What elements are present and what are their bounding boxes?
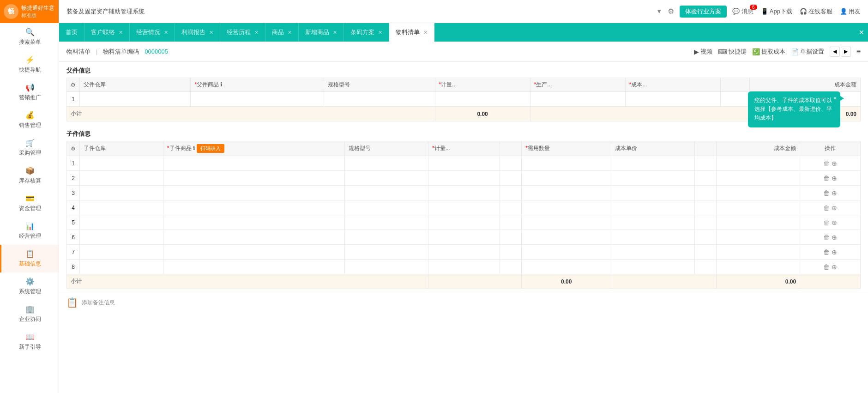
copy-icon-8[interactable]: ⊕ bbox=[832, 263, 837, 271]
child-row2-spec[interactable] bbox=[345, 171, 428, 186]
child-row6-spec[interactable] bbox=[345, 230, 428, 245]
sidebar-item-finance[interactable]: 💳资金管理 bbox=[0, 189, 59, 217]
nav-tab-bom[interactable]: 物料清单✕ bbox=[389, 23, 434, 42]
nav-tab-profit[interactable]: 利润报告✕ bbox=[175, 23, 220, 42]
child-row6-warehouse[interactable] bbox=[80, 230, 163, 245]
child-row1-unit-cost[interactable] bbox=[611, 156, 695, 171]
prev-btn[interactable]: ◀ bbox=[830, 47, 840, 57]
copy-icon-3[interactable]: ⊕ bbox=[832, 189, 837, 197]
sidebar-item-inventory[interactable]: 📦库存核算 bbox=[0, 162, 59, 189]
parent-row1-warehouse[interactable] bbox=[80, 92, 191, 107]
child-row2-warehouse[interactable] bbox=[80, 171, 163, 186]
tab-close-barcode[interactable]: ✕ bbox=[378, 30, 382, 36]
delete-icon-5[interactable]: 🗑 bbox=[823, 219, 830, 226]
child-row4-qty[interactable] bbox=[522, 200, 611, 215]
child-row2-unit[interactable] bbox=[428, 171, 500, 186]
parent-row1-unit[interactable] bbox=[435, 92, 530, 107]
sidebar-item-purchase[interactable]: 🛒采购管理 bbox=[0, 134, 59, 162]
online-service-btn[interactable]: 🎧在线客服 bbox=[800, 7, 832, 16]
child-row1-qty[interactable] bbox=[522, 156, 611, 171]
sidebar-item-quicknav[interactable]: ⚡快捷导航 bbox=[0, 51, 59, 79]
tooltip-close-btn[interactable]: × bbox=[833, 94, 837, 103]
delete-icon-1[interactable]: 🗑 bbox=[823, 160, 830, 167]
nav-tab-barcode[interactable]: 条码方案✕ bbox=[344, 23, 389, 42]
shortcut-tool[interactable]: ⌨ 快捷键 bbox=[718, 48, 747, 56]
parent-row1-product[interactable] bbox=[191, 92, 324, 107]
nav-tab-operations[interactable]: 经营情况✕ bbox=[130, 23, 175, 42]
child-row5-unit-cost[interactable] bbox=[611, 215, 695, 230]
child-row5-product[interactable] bbox=[163, 215, 344, 230]
tab-close-customers[interactable]: ✕ bbox=[119, 30, 123, 36]
child-row4-spec[interactable] bbox=[345, 200, 428, 215]
tab-close-new_product[interactable]: ✕ bbox=[333, 30, 337, 36]
sidebar-item-system[interactable]: ⚙️系统管理 bbox=[0, 272, 59, 300]
child-row4-unit[interactable] bbox=[428, 200, 500, 215]
delete-icon-4[interactable]: 🗑 bbox=[823, 204, 830, 212]
child-row5-unit[interactable] bbox=[428, 215, 500, 230]
copy-icon-1[interactable]: ⊕ bbox=[832, 160, 837, 167]
sidebar-item-guide[interactable]: 📖新手引导 bbox=[0, 328, 59, 356]
copy-icon-5[interactable]: ⊕ bbox=[832, 219, 837, 226]
delete-icon-8[interactable]: 🗑 bbox=[823, 263, 830, 271]
sidebar-item-enterprise[interactable]: 🏢企业协同 bbox=[0, 300, 59, 328]
child-row7-product[interactable] bbox=[163, 245, 344, 260]
delete-icon-2[interactable]: 🗑 bbox=[823, 175, 830, 182]
copy-icon-6[interactable]: ⊕ bbox=[832, 234, 837, 241]
breadcrumb-main[interactable]: 物料清单 bbox=[66, 48, 90, 56]
nav-tab-history[interactable]: 经营历程✕ bbox=[220, 23, 265, 42]
delete-icon-7[interactable]: 🗑 bbox=[823, 248, 830, 256]
child-row3-qty[interactable] bbox=[522, 186, 611, 200]
child-row3-unit-cost[interactable] bbox=[611, 186, 695, 200]
child-row2-product[interactable] bbox=[163, 171, 344, 186]
parent-col-gear[interactable]: ⚙ bbox=[67, 78, 80, 92]
copy-icon-4[interactable]: ⊕ bbox=[832, 204, 837, 212]
child-row8-qty[interactable] bbox=[522, 260, 611, 274]
child-row6-qty[interactable] bbox=[522, 230, 611, 245]
child-row4-warehouse[interactable] bbox=[80, 200, 163, 215]
nav-tab-new_product[interactable]: 新增商品✕ bbox=[299, 23, 344, 42]
sidebar-item-marketing[interactable]: 📢营销推广 bbox=[0, 79, 59, 106]
dropdown-arrow-icon[interactable]: ▼ bbox=[656, 8, 662, 15]
next-btn[interactable]: ▶ bbox=[841, 47, 851, 57]
child-row7-qty[interactable] bbox=[522, 245, 611, 260]
child-row7-unit-cost[interactable] bbox=[611, 245, 695, 260]
extract-cost-tool[interactable]: 💹 提取成本 bbox=[752, 48, 785, 56]
child-row5-qty[interactable] bbox=[522, 215, 611, 230]
child-row4-unit-cost[interactable] bbox=[611, 200, 695, 215]
tab-close-operations[interactable]: ✕ bbox=[164, 30, 168, 36]
child-row8-unit-cost[interactable] bbox=[611, 260, 695, 274]
nav-tab-home[interactable]: 首页 bbox=[59, 23, 84, 42]
delete-icon-3[interactable]: 🗑 bbox=[823, 189, 830, 197]
child-row4-product[interactable] bbox=[163, 200, 344, 215]
user-btn[interactable]: 👤用友 bbox=[840, 7, 861, 16]
parent-row1-produce[interactable] bbox=[530, 92, 625, 107]
child-row8-warehouse[interactable] bbox=[80, 260, 163, 274]
child-row5-spec[interactable] bbox=[345, 215, 428, 230]
child-row6-unit-cost[interactable] bbox=[611, 230, 695, 245]
child-row2-qty[interactable] bbox=[522, 171, 611, 186]
child-row5-warehouse[interactable] bbox=[80, 215, 163, 230]
messages-btn[interactable]: 💬 6 消息 bbox=[732, 7, 753, 16]
settings-icon[interactable]: ⚙ bbox=[668, 7, 674, 16]
child-row6-unit[interactable] bbox=[428, 230, 500, 245]
child-row3-unit[interactable] bbox=[428, 186, 500, 200]
child-row1-unit[interactable] bbox=[428, 156, 500, 171]
child-row2-unit-cost[interactable] bbox=[611, 171, 695, 186]
app-download-btn[interactable]: 📱App下载 bbox=[761, 7, 792, 16]
tab-close-products[interactable]: ✕ bbox=[288, 30, 292, 36]
nav-close-all-btn[interactable]: ✕ bbox=[855, 29, 868, 36]
view-mode-btn[interactable]: ≡ bbox=[856, 48, 861, 56]
child-col-gear[interactable]: ⚙ bbox=[67, 141, 80, 156]
scan-btn[interactable]: 扫码录入 bbox=[197, 144, 224, 153]
nav-tab-customers[interactable]: 客户联络✕ bbox=[84, 23, 130, 42]
child-row8-spec[interactable] bbox=[345, 260, 428, 274]
sidebar-item-operation[interactable]: 📊经营管理 bbox=[0, 217, 59, 245]
child-row7-spec[interactable] bbox=[345, 245, 428, 260]
child-row3-warehouse[interactable] bbox=[80, 186, 163, 200]
parent-row1-spec[interactable] bbox=[324, 92, 435, 107]
child-row3-product[interactable] bbox=[163, 186, 344, 200]
parent-row1-cost[interactable] bbox=[625, 92, 720, 107]
child-row1-product[interactable] bbox=[163, 156, 344, 171]
child-row3-spec[interactable] bbox=[345, 186, 428, 200]
child-row7-unit[interactable] bbox=[428, 245, 500, 260]
